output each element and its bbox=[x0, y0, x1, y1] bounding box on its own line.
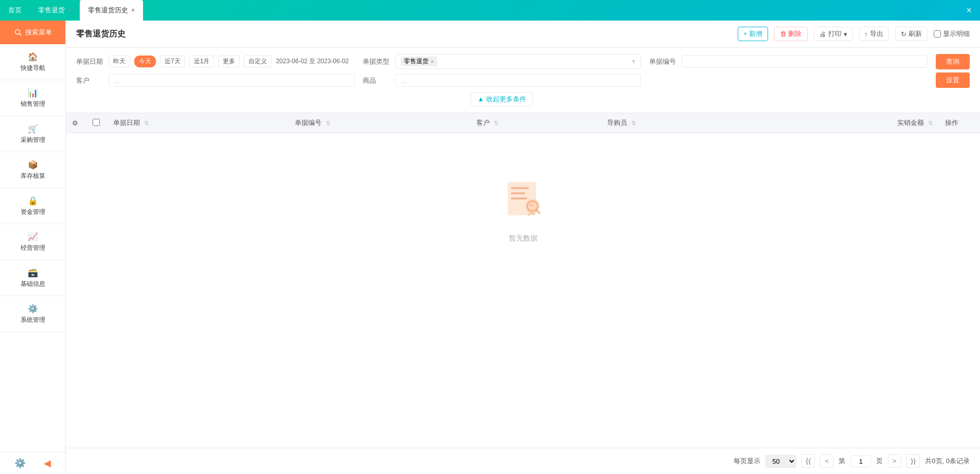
type-tag: 零售退货 × bbox=[401, 57, 437, 66]
sidebar-search-label: 搜索菜单 bbox=[25, 28, 52, 37]
settings-bottom-icon[interactable]: ⚙️ bbox=[14, 458, 26, 469]
customer-select[interactable]: ... bbox=[109, 74, 354, 87]
new-button[interactable]: + 新增 bbox=[738, 27, 768, 41]
sidebar-item-finance[interactable]: 🔒 资金管理 bbox=[0, 188, 65, 224]
th-guide-sort-icon: ⇅ bbox=[631, 120, 636, 126]
code-input[interactable] bbox=[682, 55, 928, 68]
th-customer-sort-icon: ⇅ bbox=[494, 120, 498, 126]
date-today[interactable]: 今天 bbox=[134, 56, 156, 67]
refresh-icon: ↻ bbox=[901, 30, 906, 38]
filter-settings-button[interactable]: 设置 bbox=[936, 72, 970, 88]
page-label: 第 bbox=[839, 457, 845, 466]
sidebar-item-operations[interactable]: 📈 经营管理 bbox=[0, 224, 65, 260]
type-tag-close[interactable]: × bbox=[431, 58, 434, 65]
sidebar-item-inventory[interactable]: 📦 库存核算 bbox=[0, 152, 65, 188]
type-select[interactable]: 零售退货 × ▾ bbox=[395, 54, 641, 69]
display-detail-label: 显示明细 bbox=[943, 29, 970, 39]
sidebar-search-button[interactable]: 搜索菜单 bbox=[0, 21, 65, 44]
page-title: 零售退货历史 bbox=[76, 29, 126, 40]
display-detail-toggle[interactable]: 显示明细 bbox=[934, 29, 970, 39]
tab-retail-return-history-label: 零售退货历史 bbox=[88, 6, 128, 15]
system-icon: ⚙️ bbox=[28, 303, 38, 314]
filter-row-2: 客户 ... 商品 ... bbox=[76, 74, 928, 87]
tab-home-label: 首页 bbox=[8, 6, 22, 15]
query-button[interactable]: 查询 bbox=[936, 54, 970, 69]
th-code[interactable]: 单据编号 ⇅ bbox=[289, 113, 470, 133]
tab-retail-return-history[interactable]: 零售退货历史 × bbox=[80, 0, 143, 21]
export-icon: ↑ bbox=[865, 30, 868, 38]
sidebar-item-quick-nav[interactable]: 🏠 快捷导航 bbox=[0, 44, 65, 80]
th-date[interactable]: 单据日期 ⇅ bbox=[107, 113, 289, 133]
select-all-checkbox[interactable] bbox=[93, 119, 100, 126]
next-page-button[interactable]: ＞ bbox=[888, 454, 901, 468]
sidebar-item-sales-label: 销售管理 bbox=[21, 100, 45, 108]
tab-retail-return-close[interactable]: × bbox=[68, 7, 72, 14]
tab-retail-return-history-close[interactable]: × bbox=[131, 7, 135, 14]
page-size-select[interactable]: 50 10 20 100 bbox=[765, 455, 796, 468]
window-close-button[interactable]: × bbox=[958, 5, 980, 16]
first-page-button[interactable]: ⟨⟨ bbox=[801, 454, 815, 468]
sidebar-item-purchase[interactable]: 🛒 采购管理 bbox=[0, 116, 65, 152]
date-more[interactable]: 更多 bbox=[218, 56, 240, 67]
goods-filter-field: 商品 ... bbox=[363, 74, 641, 87]
sidebar-item-purchase-label: 采购管理 bbox=[21, 136, 45, 144]
refresh-label: 刷新 bbox=[908, 29, 922, 39]
date-custom[interactable]: 自定义 bbox=[244, 56, 272, 67]
sidebar-item-sales[interactable]: 📊 销售管理 bbox=[0, 80, 65, 116]
prev-page-button[interactable]: ＜ bbox=[820, 454, 833, 468]
customer-filter-field: 客户 ... bbox=[76, 74, 354, 87]
th-date-label: 单据日期 bbox=[113, 119, 140, 126]
filter-area: 单据日期 昨天 今天 近7天 近1月 更多 自定义 2023-06-02 至 2… bbox=[66, 48, 980, 113]
svg-rect-5 bbox=[511, 197, 527, 199]
page-unit: 页 bbox=[876, 457, 883, 466]
svg-line-1 bbox=[19, 34, 21, 36]
date-1month[interactable]: 近1月 bbox=[189, 56, 215, 67]
display-detail-checkbox[interactable] bbox=[934, 30, 941, 38]
operations-icon: 📈 bbox=[28, 231, 38, 242]
goods-select[interactable]: ... bbox=[395, 74, 641, 87]
page-number-input[interactable] bbox=[850, 455, 871, 467]
sidebar-item-basic-info[interactable]: 🗃️ 基础信息 bbox=[0, 260, 65, 296]
sidebar-nav: 🏠 快捷导航 📊 销售管理 🛒 采购管理 📦 库存核算 🔒 资金管理 📈 bbox=[0, 44, 65, 452]
page-header: 零售退货历史 + 新增 🗑 删除 🖨 打印 ▾ ↑ 导出 ↻ 刷新 bbox=[66, 21, 980, 48]
type-select-arrow-icon: ▾ bbox=[632, 58, 635, 65]
code-label: 单据编号 bbox=[649, 57, 678, 66]
th-amount[interactable]: 实销金额 ⇅ bbox=[757, 113, 939, 133]
collapse-row: ▲ 收起更多条件 bbox=[76, 92, 928, 106]
refresh-button[interactable]: ↻ 刷新 bbox=[895, 27, 928, 41]
search-icon bbox=[14, 28, 22, 37]
collapse-sidebar-icon[interactable]: ◀ bbox=[44, 458, 51, 469]
delete-button[interactable]: 🗑 删除 bbox=[774, 27, 808, 41]
print-label: 打印 bbox=[828, 29, 842, 39]
table-body: 暂无数据 bbox=[66, 133, 980, 285]
date-label: 单据日期 bbox=[76, 57, 104, 66]
sidebar: 搜索菜单 🏠 快捷导航 📊 销售管理 🛒 采购管理 📦 库存核算 🔒 资金管理 bbox=[0, 21, 66, 474]
date-yesterday[interactable]: 昨天 bbox=[109, 56, 130, 67]
empty-state: 暂无数据 bbox=[66, 133, 980, 284]
print-button[interactable]: 🖨 打印 ▾ bbox=[814, 27, 853, 41]
th-checkbox[interactable] bbox=[86, 113, 107, 133]
th-customer[interactable]: 客户 ⇅ bbox=[470, 113, 601, 133]
svg-point-9 bbox=[530, 204, 533, 207]
collapse-button[interactable]: ▲ 收起更多条件 bbox=[471, 92, 532, 106]
date-7days[interactable]: 近7天 bbox=[160, 56, 185, 67]
export-button[interactable]: ↑ 导出 bbox=[859, 27, 889, 41]
date-range-display: 2023-06-02 至 2023-06-02 bbox=[276, 57, 348, 66]
th-settings[interactable]: ⚙ bbox=[66, 113, 86, 133]
tab-home[interactable]: 首页 bbox=[0, 0, 30, 21]
filter-row-1: 单据日期 昨天 今天 近7天 近1月 更多 自定义 2023-06-02 至 2… bbox=[76, 54, 928, 69]
tab-retail-return[interactable]: 零售退货 × bbox=[30, 0, 80, 21]
type-tag-label: 零售退货 bbox=[404, 57, 429, 66]
sidebar-item-system[interactable]: ⚙️ 系统管理 bbox=[0, 296, 65, 332]
main-layout: 搜索菜单 🏠 快捷导航 📊 销售管理 🛒 采购管理 📦 库存核算 🔒 资金管理 bbox=[0, 21, 980, 474]
th-guide-label: 导购员 bbox=[607, 119, 627, 126]
table-header: ⚙ 单据日期 ⇅ 单据编号 ⇅ 客户 bbox=[66, 113, 980, 133]
th-code-label: 单据编号 bbox=[295, 119, 322, 126]
customer-placeholder: ... bbox=[114, 77, 120, 84]
th-guide[interactable]: 导购员 ⇅ bbox=[601, 113, 757, 133]
th-code-sort-icon: ⇅ bbox=[326, 120, 330, 126]
pagination-bar: 每页显示 50 10 20 100 ⟨⟨ ＜ 第 页 ＞ ⟩⟩ 共0页, 0条记… bbox=[66, 448, 980, 474]
inventory-icon: 📦 bbox=[28, 159, 38, 170]
last-page-button[interactable]: ⟩⟩ bbox=[906, 454, 920, 468]
th-date-sort-icon: ⇅ bbox=[144, 120, 149, 126]
